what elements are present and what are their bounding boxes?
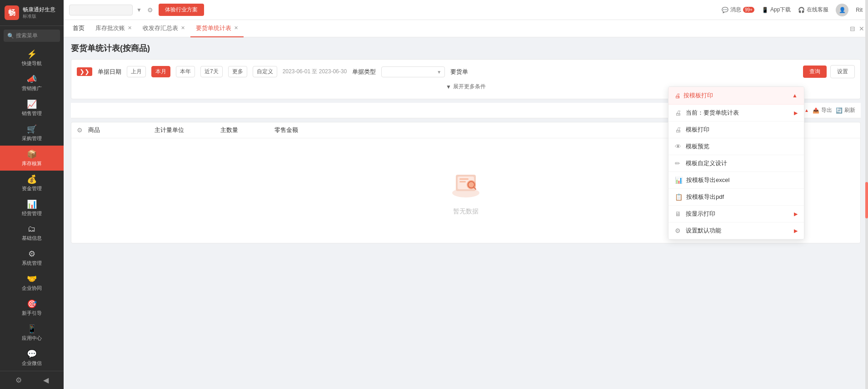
- date-btn-7days[interactable]: 近7天: [200, 66, 223, 77]
- topbar-right: 💬 消息 99+ 📱 App下载 🎧 在线客服 👤 Rit: [722, 4, 863, 16]
- finance-icon: 💰: [27, 174, 37, 184]
- sidebar-label-newbie: 新手引导: [22, 310, 42, 317]
- tabbar: 首页 库存批次账 ✕ 收发存汇总表 ✕ 要货单统计表 ✕ ⊟ ✕: [64, 20, 868, 37]
- date-btn-prev-month[interactable]: 上月: [127, 66, 146, 77]
- settings-footer-btn[interactable]: ⚙: [15, 376, 22, 384]
- nav-chevron-icon[interactable]: ▼: [136, 7, 142, 13]
- sidebar-label-finance: 资金管理: [22, 185, 42, 192]
- table-gear-icon[interactable]: ⚙: [77, 126, 83, 134]
- export-btn[interactable]: 📤 导出: [813, 106, 832, 114]
- template-preview-icon: 👁: [675, 143, 682, 150]
- template-pdf-label: 按模板导出pdf: [686, 193, 724, 201]
- sidebar-item-wechat[interactable]: 💬 企业微信: [0, 345, 64, 370]
- messages-label: 消息: [730, 6, 741, 14]
- messages-btn[interactable]: 💬 消息 99+: [722, 6, 754, 14]
- date-btn-more[interactable]: 更多: [228, 66, 247, 77]
- col-unit: 主计量单位: [155, 126, 184, 134]
- message-icon: 💬: [722, 7, 728, 13]
- sidebar-item-newbie[interactable]: 🎯 新手引导: [0, 295, 64, 320]
- sidebar-search[interactable]: 🔍 搜索菜单: [4, 30, 60, 42]
- tab-inventory-batch-close[interactable]: ✕: [128, 25, 132, 31]
- tab-inventory-batch-label: 库存批次账: [95, 24, 125, 32]
- yaohuo-label: 要货单: [450, 68, 468, 76]
- dropdown-item-display-print[interactable]: 🖥 按显示打印 ▶: [668, 206, 804, 222]
- scrollbar[interactable]: [865, 0, 868, 389]
- tab-receive-summary[interactable]: 收发存汇总表 ✕: [137, 20, 190, 37]
- template-preview-label: 模板预览: [686, 142, 709, 151]
- sidebar-item-quick[interactable]: ⚡ 快捷导航: [0, 45, 64, 71]
- svg-rect-7: [459, 181, 466, 182]
- date-btn-current-month[interactable]: 本月: [151, 66, 170, 77]
- sidebar-label-wechat: 企业微信: [22, 360, 42, 367]
- sidebar-item-basic[interactable]: 🗂 基础信息: [0, 221, 64, 245]
- inventory-icon: 📦: [27, 149, 37, 159]
- dropdown-chevron-up[interactable]: ▲: [792, 92, 798, 99]
- query-button[interactable]: 查询: [803, 66, 827, 78]
- filter-collapse-btn[interactable]: ❯❯: [77, 67, 92, 76]
- template-excel-label: 按模板导出excel: [686, 176, 729, 184]
- template-print-label: 模板打印: [686, 126, 709, 134]
- sidebar-footer: ⚙ ◀: [0, 371, 64, 389]
- collab-icon: 🤝: [27, 274, 37, 284]
- sidebar-item-inventory[interactable]: 📦 库存核算: [0, 146, 64, 171]
- dropdown-current-item[interactable]: 🖨 当前：要货单统计表 ▶: [668, 105, 804, 121]
- date-btn-custom[interactable]: 自定义: [253, 66, 277, 77]
- type-select[interactable]: [381, 66, 445, 77]
- sidebar-item-collab[interactable]: 🤝 企业协同: [0, 270, 64, 295]
- sidebar-item-vip[interactable]: 💎 畅会员: [0, 370, 64, 371]
- settings-button[interactable]: 设置: [830, 65, 855, 78]
- sidebar-label-sales: 销售管理: [22, 110, 42, 117]
- dropdown-item-template-preview[interactable]: 👁 模板预览: [668, 138, 804, 155]
- trial-btn[interactable]: 体验行业方案: [159, 4, 204, 16]
- dropdown-print-icon: 🖨: [675, 92, 681, 99]
- tab-inventory-batch[interactable]: 库存批次账 ✕: [90, 20, 137, 37]
- sidebar-item-appstore[interactable]: 📱 应用中心: [0, 320, 64, 345]
- dropdown-item-template-excel[interactable]: 📊 按模板导出excel: [668, 172, 804, 189]
- svg-rect-6: [459, 178, 469, 180]
- dropdown-item-default-settings[interactable]: ⚙ 设置默认功能 ▶: [668, 222, 804, 239]
- tab-order-stats[interactable]: 要货单统计表 ✕: [190, 20, 244, 37]
- empty-text: 暂无数据: [453, 207, 479, 216]
- nav-search-input[interactable]: [69, 5, 133, 15]
- dropdown-item-template-design[interactable]: ✏ 模板自定义设计: [668, 155, 804, 172]
- filter-expand-icon[interactable]: ❯❯: [77, 67, 92, 76]
- collapse-sidebar-btn[interactable]: ◀: [43, 376, 49, 384]
- sidebar-item-system[interactable]: ⚙ 系统管理: [0, 245, 64, 270]
- app-download-btn[interactable]: 📱 App下载: [762, 6, 791, 14]
- tab-expand-btn[interactable]: ⊟: [850, 25, 855, 32]
- expand-more-label: 展开更多条件: [453, 83, 486, 91]
- app-version: 标准版: [23, 13, 55, 19]
- sidebar-item-marketing[interactable]: 📣 营销推广: [0, 71, 64, 96]
- tab-close-all-btn[interactable]: ✕: [859, 25, 864, 32]
- messages-badge: 99+: [743, 7, 754, 13]
- dropdown-item-template-print[interactable]: 🖨 模板打印: [668, 121, 804, 138]
- quick-icon: ⚡: [27, 49, 37, 59]
- sidebar-label-operations: 经营管理: [22, 210, 42, 217]
- display-print-label: 按显示打印: [686, 210, 715, 218]
- sidebar-label-system: 系统管理: [22, 260, 42, 267]
- dropdown-title: 按模板打印: [683, 91, 713, 100]
- dropdown-item-template-pdf[interactable]: 📋 按模板导出pdf: [668, 189, 804, 206]
- sidebar-item-sales[interactable]: 📈 销售管理: [0, 96, 64, 121]
- sidebar-item-finance[interactable]: 💰 资金管理: [0, 171, 64, 196]
- topbar-gear-icon[interactable]: ⚙: [147, 6, 153, 14]
- default-settings-label: 设置默认功能: [686, 227, 721, 235]
- export-label: 导出: [821, 106, 832, 114]
- current-icon: 🖨: [675, 109, 682, 116]
- date-btn-current-year[interactable]: 本年: [176, 66, 195, 77]
- refresh-btn[interactable]: 🔄 刷新: [836, 106, 855, 114]
- tab-home-label: 首页: [73, 24, 85, 32]
- tab-order-stats-close[interactable]: ✕: [234, 25, 238, 31]
- sidebar-label-inventory: 库存核算: [22, 160, 42, 167]
- app-name: 畅康通好生意: [23, 6, 55, 14]
- online-support-btn[interactable]: 🎧 在线客服: [798, 6, 828, 14]
- sidebar-item-operations[interactable]: 📊 经营管理: [0, 196, 64, 221]
- template-print-icon: 🖨: [675, 126, 682, 133]
- tab-receive-summary-close[interactable]: ✕: [181, 25, 185, 31]
- tab-home[interactable]: 首页: [67, 20, 90, 37]
- sidebar-label-basic: 基础信息: [22, 235, 42, 242]
- sidebar-item-purchase[interactable]: 🛒 采购管理: [0, 121, 64, 146]
- user-avatar[interactable]: 👤: [836, 4, 848, 16]
- tab-order-stats-label: 要货单统计表: [196, 24, 231, 32]
- col-product: 商品: [88, 126, 100, 134]
